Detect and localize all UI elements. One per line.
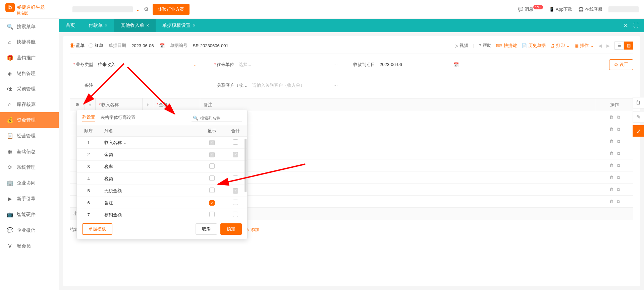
sidebar-item[interactable]: ▶新手引导 <box>0 191 59 207</box>
sidebar-item[interactable]: 🛍采购管理 <box>0 81 59 97</box>
messages-link[interactable]: 💬 消息 99+ <box>518 6 543 12</box>
tab-column-settings[interactable]: 列设置 <box>82 114 95 122</box>
rel-customer-input[interactable] <box>251 81 330 90</box>
radio-blue[interactable]: 蓝单 <box>70 43 85 49</box>
biz-type-input[interactable] <box>97 60 190 69</box>
help-link[interactable]: ?帮助 <box>479 43 491 49</box>
view-detail-button[interactable]: ▤ <box>624 42 633 50</box>
close-icon[interactable]: × <box>105 23 107 28</box>
user-area[interactable] <box>608 6 639 12</box>
rail-edit-icon[interactable]: ✎ <box>633 111 644 123</box>
rail-expand-icon[interactable]: ⤢ <box>633 125 644 137</box>
copy-icon[interactable]: ⧉ <box>617 175 620 180</box>
checkbox[interactable] <box>209 200 215 206</box>
fullscreen-icon[interactable]: ⛶ <box>632 21 640 30</box>
close-all-icon[interactable]: ✕ <box>622 21 629 30</box>
org-selector[interactable]: ⌄ <box>72 6 140 12</box>
delete-icon[interactable]: 🗑 <box>609 151 613 156</box>
sidebar-item[interactable]: 🏢企业协同 <box>0 175 59 191</box>
remark-input[interactable] <box>97 81 197 90</box>
copy-icon[interactable]: ⧉ <box>617 151 620 156</box>
promo-button[interactable]: 体验行业方案 <box>153 4 190 15</box>
sidebar-item[interactable]: Ⅴ畅会员 <box>0 238 59 254</box>
chevron-down-icon[interactable]: ⌄ <box>194 62 197 67</box>
copy-icon[interactable]: ⧉ <box>617 127 620 132</box>
due-date-input[interactable] <box>378 60 450 69</box>
next-icon[interactable]: ▶ <box>606 43 610 48</box>
checkbox[interactable] <box>209 152 215 157</box>
shortcut-link[interactable]: ⌨快捷键 <box>496 43 517 49</box>
tab[interactable]: 单据模板设置× <box>156 19 202 32</box>
history-link[interactable]: 📄历史单据 <box>522 43 546 49</box>
checkbox[interactable] <box>233 200 238 205</box>
copy-icon[interactable]: ⧉ <box>617 163 620 168</box>
gear-icon[interactable]: ⚙ <box>144 6 149 12</box>
sidebar-item[interactable]: 💰资金管理 <box>0 112 59 128</box>
popover-search-input[interactable] <box>200 116 240 121</box>
template-button[interactable]: 单据模板 <box>82 223 112 235</box>
calendar-icon[interactable]: 📅 <box>453 62 459 67</box>
checkbox[interactable] <box>233 152 238 157</box>
sidebar-item[interactable]: ⟳系统管理 <box>0 159 59 175</box>
checkbox[interactable] <box>233 175 238 181</box>
sidebar-item[interactable]: ◈销售管理 <box>0 66 59 81</box>
party-input[interactable] <box>237 60 330 69</box>
video-link[interactable]: ▷视频 <box>455 43 468 49</box>
app-download-link[interactable]: 📱 App下载 <box>549 6 572 12</box>
rail-note-icon[interactable]: 🗒 <box>633 97 644 108</box>
copy-icon[interactable]: ⧉ <box>617 139 620 144</box>
sidebar-item[interactable]: ⌂快捷导航 <box>0 34 59 50</box>
scrollbar-thumb[interactable] <box>245 139 247 192</box>
checkbox[interactable] <box>209 140 215 145</box>
checkbox[interactable] <box>209 163 215 169</box>
sidebar-icon: 🏢 <box>7 180 13 186</box>
checkbox[interactable] <box>233 212 238 217</box>
radio-red[interactable]: 红单 <box>89 43 103 49</box>
view-list-button[interactable]: ☰ <box>614 42 624 50</box>
settings-button[interactable]: ⚙设置 <box>609 59 633 70</box>
print-link[interactable]: 🖨打印⌄ <box>550 43 570 49</box>
checkbox[interactable] <box>209 188 215 193</box>
column-settings-button[interactable]: ⚙ <box>70 98 85 111</box>
delete-icon[interactable]: 🗑 <box>609 175 613 180</box>
popover-footer: 单据模板 取消 确定 <box>77 219 247 239</box>
operate-link[interactable]: ▦操作⌄ <box>575 43 594 49</box>
cancel-button[interactable]: 取消 <box>196 223 217 235</box>
copy-icon[interactable]: ⧉ <box>617 187 620 192</box>
tab-font-settings[interactable]: 表格字体行高设置 <box>101 115 136 122</box>
delete-icon[interactable]: 🗑 <box>609 163 613 168</box>
tab[interactable]: 付款单× <box>82 19 114 32</box>
prev-icon[interactable]: ◀ <box>598 43 602 48</box>
confirm-button[interactable]: 确定 <box>220 223 242 235</box>
tab[interactable]: 其他收入单× <box>114 19 156 32</box>
delete-icon[interactable]: 🗑 <box>609 199 613 204</box>
close-icon[interactable]: × <box>146 23 149 28</box>
sidebar-item[interactable]: 🎁营销推广 <box>0 50 59 66</box>
sidebar-item[interactable]: ▦基础信息 <box>0 144 59 159</box>
sidebar-item[interactable]: 💬企业微信 <box>0 222 59 238</box>
add-link[interactable]: ⊕ 添加 <box>246 227 259 233</box>
more-icon[interactable]: ⋯ <box>333 62 338 67</box>
checkbox[interactable] <box>233 139 238 145</box>
sort-icon[interactable]: ▲▼ <box>85 98 96 111</box>
close-icon[interactable]: × <box>193 23 195 28</box>
tab[interactable]: 首页 <box>59 19 82 32</box>
sidebar-item[interactable]: 📺智能硬件 <box>0 207 59 222</box>
sidebar-item[interactable]: 📋经营管理 <box>0 128 59 144</box>
checkbox[interactable] <box>209 212 215 217</box>
checkbox[interactable] <box>233 188 238 194</box>
calendar-icon[interactable]: 📅 <box>159 43 165 48</box>
sidebar-item[interactable]: 🔍搜索菜单 <box>0 19 59 34</box>
delete-icon[interactable]: 🗑 <box>609 139 613 144</box>
copy-icon[interactable]: ⧉ <box>617 115 620 120</box>
checkbox[interactable] <box>209 175 215 181</box>
delete-icon[interactable]: 🗑 <box>609 187 613 192</box>
copy-icon[interactable]: ⧉ <box>617 199 620 204</box>
sort-icon[interactable]: ▲▼ <box>143 98 153 111</box>
sidebar-item[interactable]: ⌂库存核算 <box>0 97 59 112</box>
online-service-link[interactable]: 🎧 在线客服 <box>578 6 602 12</box>
delete-icon[interactable]: 🗑 <box>609 115 613 120</box>
delete-icon[interactable]: 🗑 <box>609 127 613 132</box>
more-icon[interactable]: ⋯ <box>333 83 338 88</box>
doc-date-value[interactable]: 2023-06-06 <box>131 43 154 48</box>
